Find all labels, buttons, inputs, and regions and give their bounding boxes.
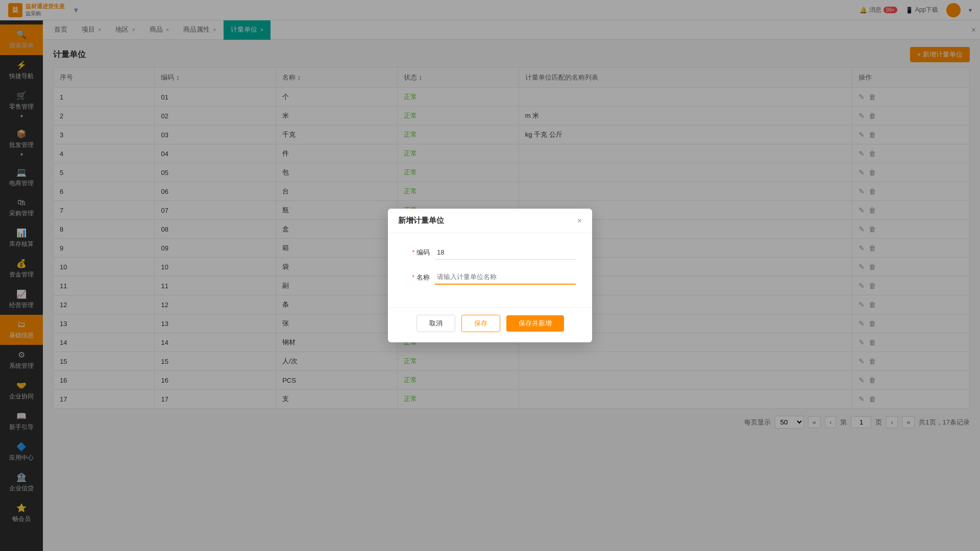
save-new-button[interactable]: 保存并新增	[506, 315, 564, 332]
name-label: * 名称	[404, 273, 435, 282]
name-required: *	[412, 273, 414, 281]
modal-overlay[interactable]: 新增计量单位 × * 编码 * 名称 取消 保存 保存并新增	[0, 0, 980, 551]
modal-footer: 取消 保存 保存并新增	[388, 307, 592, 342]
modal-close-btn[interactable]: ×	[577, 216, 582, 226]
name-input[interactable]	[435, 270, 576, 285]
modal-title: 新增计量单位	[398, 216, 444, 226]
form-row-name: * 名称	[404, 270, 576, 285]
form-row-code: * 编码	[404, 245, 576, 260]
save-button[interactable]: 保存	[461, 315, 500, 332]
code-label: * 编码	[404, 248, 435, 257]
name-label-text: 名称	[416, 273, 430, 281]
code-required: *	[412, 248, 414, 256]
code-input[interactable]	[435, 245, 576, 260]
modal-body: * 编码 * 名称	[388, 233, 592, 307]
add-unit-modal: 新增计量单位 × * 编码 * 名称 取消 保存 保存并新增	[388, 209, 592, 342]
code-label-text: 编码	[416, 248, 430, 256]
modal-header: 新增计量单位 ×	[388, 209, 592, 233]
cancel-button[interactable]: 取消	[416, 315, 455, 332]
